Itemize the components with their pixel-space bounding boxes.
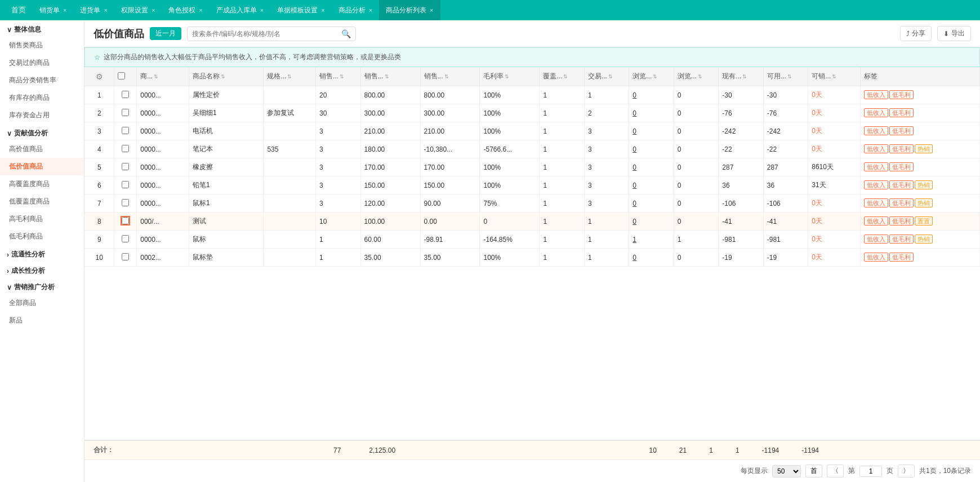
sales2-column-header[interactable]: 销售...⇅ <box>420 67 480 86</box>
row-browse2: 0 <box>674 176 718 194</box>
sidebar-group-growth[interactable]: › 成长性分析 <box>0 262 84 278</box>
search-input[interactable] <box>192 30 341 38</box>
tags-column-header[interactable]: 标签 <box>860 67 979 86</box>
row-tags: 低收入低毛利 <box>860 86 979 104</box>
sidebar-item-all-products[interactable]: 全部商品 <box>0 294 84 312</box>
row-sales2: 35.00 <box>420 249 480 267</box>
search-icon[interactable]: 🔍 <box>341 29 351 38</box>
nav-goods-analysis[interactable]: 商品分析 × <box>332 0 379 20</box>
page-number-input[interactable] <box>859 466 882 477</box>
nav-finished-goods[interactable]: 产成品入库单 × <box>210 0 270 20</box>
transaction-column-header[interactable]: 交易...⇅ <box>584 67 629 86</box>
table-row: 9 0000... 鼠标 1 60.00 -98.91 -164.85% 1 1… <box>84 231 980 249</box>
row-name: 笔记本 <box>189 140 263 158</box>
row-qty: 20 <box>316 86 360 104</box>
row-checkbox[interactable] <box>122 181 129 188</box>
row-browse1: 0 <box>629 194 674 213</box>
next-page-button[interactable]: 〉 <box>898 465 915 477</box>
spec-column-header[interactable]: 规格...⇅ <box>264 67 316 86</box>
nav-goods-analysis-list[interactable]: 商品分析列表 × <box>379 0 440 20</box>
table-header-row: ⚙ 商...⇅ 商品名称⇅ 规格...⇅ <box>84 67 980 86</box>
nav-purchase[interactable]: 进货单 × <box>73 0 114 20</box>
row-checkbox[interactable] <box>122 91 129 98</box>
browse-link[interactable]: 0 <box>632 127 636 135</box>
time-filter-button[interactable]: 近一月 <box>150 27 181 40</box>
sidebar-item-inventory-capital[interactable]: 库存资金占用 <box>0 107 84 124</box>
sidebar-item-sales-products[interactable]: 销售类商品 <box>0 37 84 54</box>
sidebar-item-low-margin[interactable]: 低毛利商品 <box>0 228 84 245</box>
row-checkbox[interactable] <box>122 235 129 242</box>
browse-link[interactable]: 0 <box>632 145 636 153</box>
sidebar-item-inventory-products[interactable]: 有库存的商品 <box>0 89 84 107</box>
sidebar-item-category-sales-rate[interactable]: 商品分类销售率 <box>0 72 84 89</box>
prev-page-button[interactable]: 〈 <box>827 465 844 477</box>
browse-link[interactable]: 0 <box>632 163 636 171</box>
sidebar-item-new-products[interactable]: 新品 <box>0 312 84 329</box>
available-column-header[interactable]: 可用...⇅ <box>763 67 808 86</box>
qty-column-header[interactable]: 销售...⇅ <box>316 67 360 86</box>
browse-link[interactable]: 0 <box>632 254 636 262</box>
sidebar-group-flow[interactable]: › 流通性分析 <box>0 245 84 262</box>
coverage-column-header[interactable]: 覆盖...⇅ <box>540 67 584 86</box>
browse1-column-header[interactable]: 浏览...⇅ <box>629 67 674 86</box>
row-coverage: 1 <box>540 213 584 231</box>
sales1-column-header[interactable]: 销售...⇅ <box>360 67 420 86</box>
page-size-select[interactable]: 50 100 200 <box>772 465 801 477</box>
row-name: 电话机 <box>189 122 263 140</box>
nav-role[interactable]: 角色授权 × <box>162 0 209 20</box>
sidebar-item-low-value[interactable]: 低价值商品 <box>0 158 84 175</box>
nav-permission[interactable]: 权限设置 × <box>114 0 162 20</box>
nav-sales[interactable]: 销货单 × <box>33 0 73 20</box>
sidebar-group-contribution[interactable]: ∨ 贡献值分析 <box>0 124 84 140</box>
close-icon[interactable]: × <box>430 7 433 14</box>
sidebar-item-high-value[interactable]: 高价值商品 <box>0 140 84 158</box>
row-checkbox[interactable] <box>122 127 129 134</box>
close-icon[interactable]: × <box>369 7 372 14</box>
browse-link[interactable]: 0 <box>632 200 636 207</box>
sidebar-item-low-coverage[interactable]: 低覆盖度商品 <box>0 193 84 210</box>
first-page-button[interactable]: 首 <box>805 465 822 477</box>
settings-column-header[interactable]: ⚙ <box>84 67 114 86</box>
sellable-column-header[interactable]: 可销...⇅ <box>808 67 861 86</box>
close-icon[interactable]: × <box>321 7 324 14</box>
row-checkbox[interactable] <box>122 253 129 260</box>
gear-icon[interactable]: ⚙ <box>96 72 103 81</box>
row-sales2: 170.00 <box>420 158 480 176</box>
select-all-checkbox[interactable] <box>118 72 125 79</box>
name-column-header[interactable]: 商品名称⇅ <box>189 67 263 86</box>
table-row: 4 0000... 笔记本 535 3 180.00 -10,380... -5… <box>84 140 980 158</box>
sidebar-group-marketing[interactable]: ∨ 营销推广分析 <box>0 278 84 294</box>
close-icon[interactable]: × <box>199 7 202 14</box>
browse-link[interactable]: 1 <box>632 236 636 244</box>
close-icon[interactable]: × <box>152 7 155 14</box>
sidebar-item-high-margin[interactable]: 高毛利商品 <box>0 210 84 228</box>
close-icon[interactable]: × <box>104 7 107 14</box>
browse2-column-header[interactable]: 浏览...⇅ <box>674 67 718 86</box>
row-sales2: -10,380... <box>420 140 480 158</box>
sidebar-item-traded-products[interactable]: 交易过的商品 <box>0 54 84 72</box>
close-icon[interactable]: × <box>260 7 264 14</box>
browse-link[interactable]: 0 <box>632 218 636 225</box>
current-column-header[interactable]: 现有...⇅ <box>719 67 763 86</box>
top-navigation: 首页 销货单 × 进货单 × 权限设置 × 角色授权 × 产成品入库单 × 单据… <box>0 0 980 20</box>
export-button[interactable]: ⬇ 导出 <box>937 26 971 41</box>
share-button[interactable]: ⤴ 分享 <box>900 26 932 41</box>
margin-column-header[interactable]: 毛利率⇅ <box>480 67 540 86</box>
row-checkbox[interactable] <box>122 163 129 170</box>
tag-badge: 热销 <box>915 235 933 244</box>
nav-home[interactable]: 首页 <box>5 0 33 20</box>
nav-template[interactable]: 单据模板设置 × <box>270 0 331 20</box>
code-column-header[interactable]: 商...⇅ <box>137 67 189 86</box>
sidebar-group-overall[interactable]: ∨ 整体信息 <box>0 20 84 37</box>
close-icon[interactable]: × <box>63 7 66 14</box>
browse-link[interactable]: 0 <box>632 109 636 117</box>
sidebar-item-high-coverage[interactable]: 高覆盖度商品 <box>0 175 84 193</box>
row-checkbox[interactable] <box>122 217 129 224</box>
row-qty: 3 <box>316 122 360 140</box>
browse-link[interactable]: 0 <box>632 182 636 189</box>
row-tags: 低收入低毛利热销 <box>860 194 979 213</box>
row-checkbox[interactable] <box>122 199 129 206</box>
browse-link[interactable]: 0 <box>632 91 636 99</box>
row-checkbox[interactable] <box>122 109 129 116</box>
row-checkbox[interactable] <box>122 145 129 152</box>
